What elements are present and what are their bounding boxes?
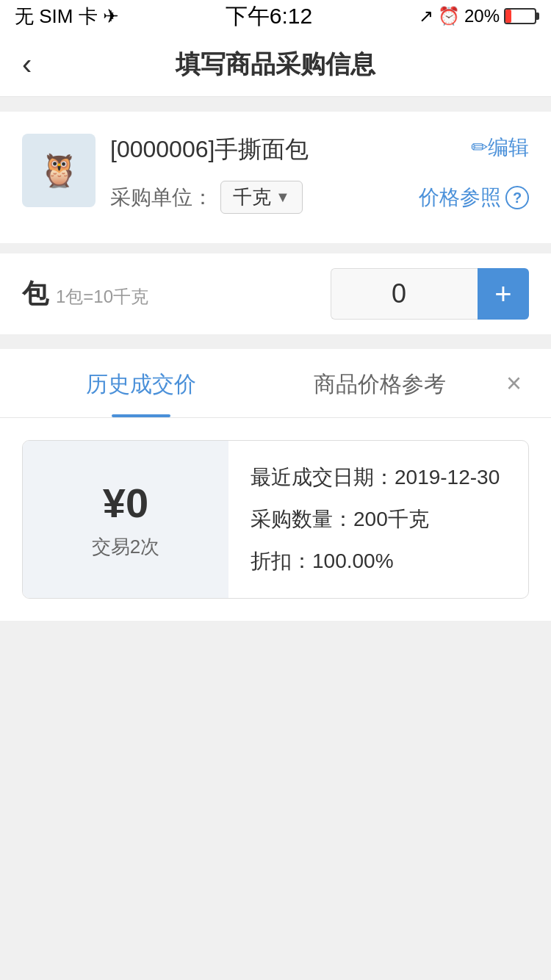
discount-value: 100.00% <box>312 550 394 572</box>
transaction-card: ¥0 交易2次 最近成交日期：2019-12-30 采购数量：200千克 折扣：… <box>22 440 529 599</box>
quantity-input[interactable] <box>331 268 478 320</box>
quantity-label: 包 1包=10千克 <box>22 276 148 312</box>
product-header: 🦉 [0000006]手撕面包 采购单位： 千克 ▼ ✏编辑 价格参照 ? <box>22 134 529 214</box>
product-logo-icon: 🦉 <box>39 151 79 190</box>
location-icon: ↗ <box>419 6 433 26</box>
unit-dropdown[interactable]: 千克 ▼ <box>220 181 303 214</box>
discount-label: 折扣： <box>251 550 312 572</box>
product-right: ✏编辑 价格参照 ? <box>419 134 529 212</box>
status-time: 下午6:12 <box>226 1 312 32</box>
quantity-value: 200千克 <box>353 508 429 530</box>
alarm-icon: ⏰ <box>438 6 460 26</box>
product-thumbnail: 🦉 <box>22 134 96 207</box>
dropdown-arrow-icon: ▼ <box>276 189 290 206</box>
bottom-panel: 历史成交价 商品价格参考 × ¥0 交易2次 最近成交日期：2019-12-30… <box>0 349 551 621</box>
product-name: [0000006]手撕面包 <box>110 134 309 166</box>
transaction-discount: 折扣：100.00% <box>251 547 506 575</box>
date-label: 最近成交日期： <box>251 466 395 489</box>
product-card: 🦉 [0000006]手撕面包 采购单位： 千克 ▼ ✏编辑 价格参照 ? <box>0 112 551 243</box>
sim-status: 无 SIM 卡 ✈ <box>15 4 119 29</box>
transaction-price: ¥0 <box>103 479 148 527</box>
price-ref-row: 价格参照 ? <box>419 184 529 212</box>
status-right: ↗ ⏰ 20% <box>419 6 536 26</box>
transaction-date: 最近成交日期：2019-12-30 <box>251 463 506 491</box>
battery-percent: 20% <box>464 6 500 26</box>
product-info: [0000006]手撕面包 采购单位： 千克 ▼ <box>110 134 309 214</box>
section-divider <box>0 243 551 253</box>
page-title: 填写商品采购信息 <box>176 48 375 82</box>
price-ref-label: 价格参照 <box>419 184 501 212</box>
quantity-conversion: 1包=10千克 <box>56 285 148 309</box>
tab-history[interactable]: 历史成交价 <box>22 349 260 417</box>
transaction-quantity: 采购数量：200千克 <box>251 505 506 533</box>
quantity-label-text: 采购数量： <box>251 508 353 530</box>
status-bar: 无 SIM 卡 ✈ 下午6:12 ↗ ⏰ 20% <box>0 0 551 32</box>
transaction-right: 最近成交日期：2019-12-30 采购数量：200千克 折扣：100.00% <box>228 441 528 598</box>
quantity-plus-button[interactable]: + <box>478 268 529 320</box>
edit-button[interactable]: ✏编辑 <box>471 134 529 162</box>
quantity-unit: 包 <box>22 276 48 312</box>
transaction-times: 交易2次 <box>92 534 159 560</box>
back-button[interactable]: ‹ <box>15 40 39 88</box>
quantity-input-wrapper: + <box>331 268 529 320</box>
nav-bar: ‹ 填写商品采购信息 <box>0 32 551 97</box>
product-left: 🦉 [0000006]手撕面包 采购单位： 千克 ▼ <box>22 134 309 214</box>
battery-icon <box>504 8 536 24</box>
product-unit-row: 采购单位： 千克 ▼ <box>110 181 309 214</box>
info-icon: ? <box>505 186 529 209</box>
quantity-row: 包 1包=10千克 + <box>0 253 551 334</box>
transaction-left: ¥0 交易2次 <box>23 441 228 598</box>
transaction-section: ¥0 交易2次 最近成交日期：2019-12-30 采购数量：200千克 折扣：… <box>0 418 551 621</box>
tab-price-reference[interactable]: 商品价格参考 <box>260 349 498 417</box>
panel-close-button[interactable]: × <box>499 361 529 406</box>
status-left: 无 SIM 卡 ✈ <box>15 4 119 29</box>
unit-value: 千克 <box>233 184 271 210</box>
page-background <box>0 621 551 980</box>
unit-label: 采购单位： <box>110 184 213 212</box>
tabs-row: 历史成交价 商品价格参考 × <box>0 349 551 418</box>
date-value: 2019-12-30 <box>395 466 500 489</box>
price-ref-button[interactable]: 价格参照 ? <box>419 184 529 212</box>
